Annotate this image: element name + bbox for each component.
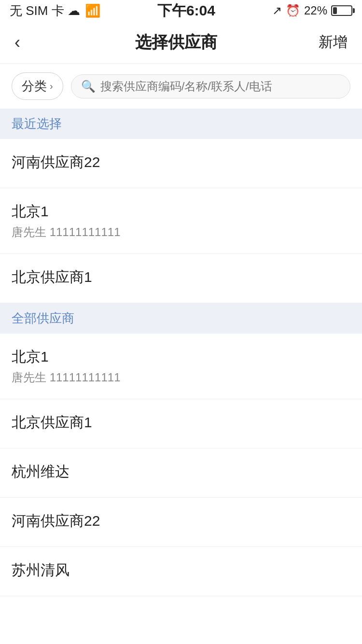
status-right: ↗ ⏰ 22% [272, 4, 352, 17]
recent-list: 河南供应商22北京1唐先生 11111111111北京供应商1 [0, 139, 362, 303]
item-name: 杭州维达 [12, 462, 350, 482]
list-item[interactable]: 北京1唐先生 11111111111 [0, 334, 362, 399]
filter-bar: 分类 › 🔍 [0, 64, 362, 109]
all-list: 北京1唐先生 11111111111北京供应商1杭州维达河南供应商22苏州清风 [0, 334, 362, 596]
status-time: 下午6:04 [157, 1, 215, 21]
add-button[interactable]: 新增 [309, 32, 348, 52]
item-name: 北京供应商1 [12, 267, 350, 287]
search-icon: 🔍 [81, 80, 96, 93]
nav-bar: ‹ 选择供应商 新增 [0, 21, 362, 64]
category-button[interactable]: 分类 › [12, 72, 63, 100]
battery-icon [331, 5, 352, 16]
list-item[interactable]: 北京供应商1 [0, 254, 362, 303]
list-item[interactable]: 河南供应商22 [0, 139, 362, 188]
location-icon: ↗ [272, 4, 282, 17]
category-label: 分类 [22, 78, 47, 95]
all-section-label: 全部供应商 [12, 311, 74, 325]
recent-section-label: 最近选择 [12, 116, 62, 131]
all-section-header: 全部供应商 [0, 303, 362, 334]
item-name: 河南供应商22 [12, 153, 350, 172]
item-sub: 唐先生 11111111111 [12, 370, 350, 385]
search-input[interactable] [100, 80, 340, 93]
item-name: 北京供应商1 [12, 413, 350, 433]
back-button[interactable]: ‹ [14, 32, 43, 53]
status-left: 无 SIM 卡 ☁ 📶 [10, 2, 100, 19]
list-item[interactable]: 杭州维达 [0, 448, 362, 498]
list-item[interactable]: 北京供应商1 [0, 399, 362, 448]
page-title: 选择供应商 [43, 31, 309, 54]
item-name: 河南供应商22 [12, 511, 350, 531]
battery-percent: 22% [304, 4, 327, 17]
item-name: 苏州清风 [12, 560, 350, 580]
list-item[interactable]: 河南供应商22 [0, 498, 362, 547]
status-bar: 无 SIM 卡 ☁ 📶 下午6:04 ↗ ⏰ 22% [0, 0, 362, 21]
chevron-right-icon: › [50, 81, 53, 92]
item-name: 北京1 [12, 347, 350, 367]
wifi-icon: 📶 [85, 3, 100, 18]
list-item[interactable]: 苏州清风 [0, 547, 362, 596]
item-name: 北京1 [12, 202, 350, 222]
alarm-icon: ⏰ [286, 4, 300, 17]
item-sub: 唐先生 11111111111 [12, 224, 350, 240]
search-box: 🔍 [71, 74, 350, 98]
list-item[interactable]: 北京1唐先生 11111111111 [0, 188, 362, 254]
recent-section-header: 最近选择 [0, 109, 362, 139]
sim-status: 无 SIM 卡 ☁ [10, 2, 80, 19]
